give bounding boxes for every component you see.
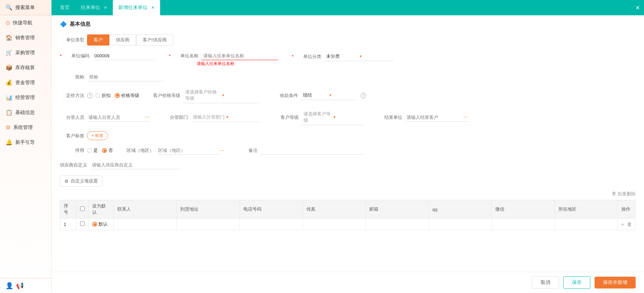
unit-code-input[interactable] [92,52,155,60]
cancel-button[interactable]: 取消 [532,276,559,289]
department-chevron-icon: ▾ [226,115,258,120]
contact-input[interactable] [117,222,173,227]
finance-icon: 💰 [6,79,13,86]
sidebar-item-operations[interactable]: 📊 经营管理 [0,90,51,105]
sidebar-guide-label: 新手引导 [15,139,35,146]
purchase-icon: 🛒 [6,49,13,56]
phone-input[interactable] [243,222,299,227]
tab-partners-close[interactable]: ✕ [104,5,107,10]
customer-tag-row: 客户标签 + 标签 [60,131,636,140]
settlement-more-icon[interactable]: ··· [463,114,468,120]
col-phone: 电话号码 [240,200,303,219]
disabled-no-radio[interactable]: 否 [102,147,113,154]
cell-address [177,219,240,230]
pricing-radio-group: 折扣 价格等级 [95,92,139,99]
payment-help-icon[interactable]: ? [361,93,366,98]
sidebar-bottom-icon2: 📢 [16,282,24,290]
tab-home[interactable]: 首页 [54,0,75,15]
sidebar-item-basic-info[interactable]: 📋 基础信息 [0,105,51,120]
short-name-input[interactable] [87,73,164,81]
disabled-yes-circle [87,148,92,153]
pricing-method-help[interactable]: ? [87,93,93,98]
sidebar-item-purchase[interactable]: 🛒 采购管理 [0,45,51,60]
manager-field: 分管人员 ··· [60,113,150,122]
customer-tag-label: 客户标签 [60,133,84,139]
batch-delete-area: 🗑 批量删除 [60,191,636,197]
custom-settings-button[interactable]: ⚙ 自定义项设置 [60,176,102,187]
address-input[interactable] [180,222,236,227]
tab-home-label: 首页 [60,5,70,11]
sidebar-item-guide[interactable]: 🔔 新手引导 [0,135,51,150]
sidebar-item-sales[interactable]: 🏠 销售管理 [0,30,51,45]
inventory-icon: 📦 [6,64,13,71]
customer-price-level-select[interactable]: 请选择客户价格等级 ▾ [183,88,260,103]
default-radio[interactable]: 默认 [92,221,110,227]
manager-more-icon[interactable]: ··· [145,114,150,120]
user-avatar: 👤 [6,282,13,290]
unit-category-select[interactable]: 未分类 ▾ [324,52,394,61]
cell-checkbox [76,219,89,230]
settlement-unit-input[interactable] [405,113,462,121]
main-area: 首页 往来单位 ✕ 新增往来单位 ✕ ✕ 🔷 基本信息 单位类型 客户 供应商 … [52,0,644,293]
email-input[interactable] [369,222,425,227]
qq-input[interactable] [432,222,488,227]
tab-partners-label: 往来单位 [81,5,100,11]
tab-bar: 首页 往来单位 ✕ 新增往来单位 ✕ ✕ [52,0,644,15]
disabled-row: 停用 是 否 区域（地区） ··· [60,146,636,155]
wechat-input[interactable] [495,222,551,227]
fax-input[interactable] [306,222,362,227]
supplier-custom-input[interactable] [90,161,180,169]
tab-new-partner[interactable]: 新增往来单位 ✕ [113,0,160,15]
unit-btn-both[interactable]: 客户/供应商 [136,34,173,46]
bottom-action-bar: 取消 保存 保存并新增 [52,272,644,293]
remarks-input[interactable] [260,146,365,155]
cell-qq [429,219,492,230]
delete-row-icon[interactable]: 🗑 [627,221,632,227]
sidebar-item-quick-nav[interactable]: ⊙ 快捷导航 [0,15,51,30]
disabled-yes-radio[interactable]: 是 [87,147,98,154]
save-button[interactable]: 保存 [563,276,590,289]
region-input[interactable] [157,146,218,154]
pricing-discount-radio[interactable]: 折扣 [95,92,111,99]
tab-new-partner-close[interactable]: ✕ [151,5,155,10]
region-input-wrap: ··· [157,146,219,155]
section-icon: 🔷 [60,21,67,27]
sidebar-finance-label: 资金管理 [15,80,35,86]
pricing-level-radio[interactable]: 价格等级 [115,92,139,99]
system-icon: ⚙ [6,124,10,131]
supplier-custom-row: 供应商自定义 [60,161,636,169]
save-new-button[interactable]: 保存并新增 [595,277,636,288]
cell-seq: 1 [60,219,76,230]
close-all-tabs[interactable]: ✕ [635,5,640,11]
unit-btn-customer[interactable]: 客户 [87,34,109,46]
settlement-unit-label: 结算单位 [378,114,402,121]
unit-category-field: * 单位分类 未分类 ▾ [292,52,394,61]
sidebar-item-inventory[interactable]: 📦 库存核算 [0,60,51,75]
cell-default: 默认 [89,219,114,230]
tab-partners[interactable]: 往来单位 ✕ [75,0,113,15]
department-label: 分管部门 [164,114,188,121]
default-label: 默认 [99,221,108,227]
row-checkbox[interactable] [80,221,85,226]
add-row-icon[interactable]: + [621,221,624,227]
code-required-star: * [60,54,62,59]
region-input-table[interactable] [558,222,614,227]
region-more-icon[interactable]: ··· [219,147,224,154]
unit-name-error: 请输入往来单位名称 [197,61,234,66]
sidebar-item-finance[interactable]: 💰 资金管理 [0,75,51,90]
unit-name-input[interactable] [201,52,278,60]
payment-terms-select[interactable]: 现结 ▾ [301,91,356,100]
sidebar-item-search[interactable]: 🔍 搜索菜单 [0,0,51,15]
select-all-checkbox[interactable] [80,206,85,211]
add-tag-button[interactable]: + 标签 [87,131,108,140]
manager-input[interactable] [87,113,144,121]
customer-level-select[interactable]: 请选择客户等级 ▾ [301,109,364,125]
cell-wechat [492,219,555,230]
batch-delete-label[interactable]: 批量删除 [618,191,636,197]
sidebar-search-label: 搜索菜单 [15,5,35,11]
unit-btn-supplier[interactable]: 供应商 [109,34,136,46]
cell-contact [114,219,177,230]
department-select[interactable]: 请输入分管部门 ▾ [191,113,260,122]
supplier-custom-label: 供应商自定义 [60,162,87,168]
sidebar-item-system[interactable]: ⚙ 系统管理 [0,120,51,135]
